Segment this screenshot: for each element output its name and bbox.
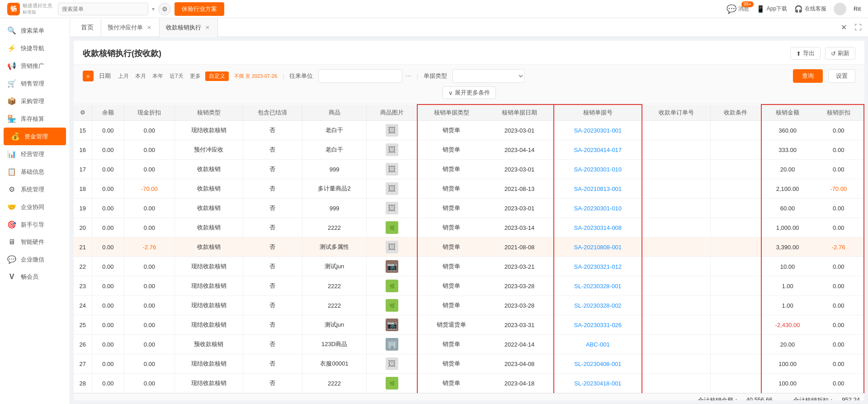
baseinfo-icon: 📋 xyxy=(7,167,16,176)
date-filter-label: 日期 xyxy=(99,72,111,80)
product-img: 🌿 xyxy=(386,280,398,292)
sidebar-item-marketing[interactable]: 📢 营销推广 xyxy=(0,57,70,75)
sidebar-label: 企业协同 xyxy=(21,203,44,211)
bill-no-link[interactable]: SL-20230408-001 xyxy=(574,361,621,367)
filter-sep1: | xyxy=(283,73,284,80)
table-row: 260.000.00预收款核销否123D商品🏢销货单2022-04-14ABC-… xyxy=(74,335,864,354)
footer-discount-val: 952.24 xyxy=(842,396,860,400)
sidebar-item-collab[interactable]: 🤝 企业协同 xyxy=(0,198,70,216)
page-actions: ⬆ 导出 ↺ 刷新 xyxy=(790,47,855,60)
sidebar-item-finance[interactable]: 💰 资金管理 xyxy=(4,128,66,145)
footer-totals: 合计核销金额： 40,556,66... 合计核销折扣： 952.24 xyxy=(698,396,860,400)
settings-gear-btn[interactable]: ⚙ xyxy=(158,3,171,15)
voucher-type-select[interactable] xyxy=(453,69,525,83)
purchase-icon: 📦 xyxy=(7,97,16,105)
sidebar-item-sales[interactable]: 🛒 销售管理 xyxy=(0,75,70,92)
th-receipt-order-no: 收款单订单号 xyxy=(642,105,711,121)
date-more[interactable]: 更多 xyxy=(188,71,203,81)
export-btn[interactable]: ⬆ 导出 xyxy=(790,47,821,60)
product-img: 🖼 xyxy=(386,124,398,137)
notification-badge: 99+ xyxy=(741,1,754,7)
sidebar-item-member[interactable]: V 畅会员 xyxy=(0,268,70,285)
online-service-label: 在线客服 xyxy=(805,5,826,13)
logo-icon: 畅 xyxy=(7,3,20,15)
bill-no-link[interactable]: SL-20230328-001 xyxy=(574,283,621,290)
date-this-month[interactable]: 本月 xyxy=(133,71,148,81)
search-area: ▾ ⚙ 休验行业方案 xyxy=(58,2,721,16)
date-range-text: 不限 至 2023-07-26 xyxy=(234,73,277,80)
query-btn[interactable]: 查询 xyxy=(793,69,823,83)
tab-close-all-btn[interactable]: ✕ xyxy=(837,21,850,34)
product-img: 🌿 xyxy=(386,299,398,312)
expand-conditions-btn[interactable]: ∨ 展开更多条件 xyxy=(443,86,496,99)
table-body: 150.000.00现结收款核销否老白干🖼销货单2023-03-01SA-202… xyxy=(74,121,864,393)
table-row: 220.000.00现结收款核销否测试jun📷销货单2023-03-21SA-2… xyxy=(74,257,864,276)
th-include-settled: 包含已结清 xyxy=(243,105,302,121)
refresh-btn[interactable]: ↺ 刷新 xyxy=(825,47,855,60)
date-custom-btn[interactable]: 自定义 xyxy=(205,71,229,81)
sidebar-item-sysadmin[interactable]: ⚙ 系统管理 xyxy=(0,181,70,198)
industry-btn[interactable]: 休验行业方案 xyxy=(175,2,224,16)
search-input[interactable] xyxy=(58,3,148,15)
th-settings[interactable]: ⚙ xyxy=(74,105,92,121)
notification-btn[interactable]: 💬 消息 99+ xyxy=(726,4,749,14)
online-service-btn[interactable]: 🎧 在线客服 xyxy=(794,5,826,13)
th-verify-bill-type: 核销单据类型 xyxy=(417,105,486,121)
product-img: 🖼 xyxy=(386,182,398,195)
sidebar-item-hardware[interactable]: 🖥 智能硬件 xyxy=(0,233,70,251)
sidebar-item-purchase[interactable]: 📦 采购管理 xyxy=(0,92,70,110)
filter-expand-btn[interactable]: » xyxy=(83,71,94,81)
bill-no-link[interactable]: SA-20230301-001 xyxy=(574,127,622,134)
sidebar-label: 资金管理 xyxy=(24,133,48,141)
bill-no-link[interactable]: SA-20230301-010 xyxy=(574,205,622,212)
tab-maximize-btn[interactable]: ⛶ xyxy=(852,21,864,34)
bill-no-link[interactable]: SA-20230331-026 xyxy=(574,322,622,328)
tab-bar-right: ✕ ⛶ xyxy=(837,21,864,34)
product-img: 🏢 xyxy=(386,338,398,351)
sidebar-item-wechat[interactable]: 💬 企业微信 xyxy=(0,251,70,268)
tab-verify[interactable]: 收款核销执行 ✕ xyxy=(160,18,218,37)
bill-no-link[interactable]: SA-20230301-010 xyxy=(574,166,622,173)
wechat-icon: 💬 xyxy=(7,255,16,264)
tab-home[interactable]: 首页 xyxy=(74,18,101,37)
sidebar-item-quicknav[interactable]: ⚡ 快捷导航 xyxy=(0,39,70,57)
counterpart-ellipsis[interactable]: ··· xyxy=(405,72,411,80)
bill-no-link[interactable]: SL-20230328-002 xyxy=(574,302,621,309)
product-img: 📷 xyxy=(386,260,398,273)
bill-no-link[interactable]: SA-20230321-012 xyxy=(574,263,622,270)
bill-no-link[interactable]: SA-20230314-008 xyxy=(574,224,622,231)
operations-icon: 📊 xyxy=(7,150,16,158)
sidebar-item-inventory[interactable]: 🏪 库存核算 xyxy=(0,110,70,128)
bill-no-link[interactable]: ABC-001 xyxy=(586,341,610,348)
filter-setting-btn[interactable]: 设置 xyxy=(828,69,855,83)
sidebar-item-baseinfo[interactable]: 📋 基础信息 xyxy=(0,163,70,181)
sidebar-label: 营销推广 xyxy=(21,62,44,70)
voucher-type-label: 单据类型 xyxy=(424,72,447,80)
footer-amount-val: 40,556,66... xyxy=(746,396,778,400)
bill-no-link[interactable]: SA-20210813-001 xyxy=(574,185,622,192)
app-download-btn[interactable]: 📱 App下载 xyxy=(756,5,787,13)
product-img: 🌿 xyxy=(386,377,398,390)
page-container: 收款核销执行(按收款) ⬆ 导出 ↺ 刷新 » 日期 xyxy=(74,41,864,400)
bill-no-link[interactable]: SA-20230414-017 xyxy=(574,147,622,153)
sidebar-item-operations[interactable]: 📊 经营管理 xyxy=(0,145,70,163)
sidebar-item-guide[interactable]: 🎯 新手引导 xyxy=(0,216,70,233)
sidebar-item-search[interactable]: 🔍 搜索菜单 xyxy=(0,22,70,39)
bill-no-link[interactable]: SL-20230418-001 xyxy=(574,380,621,387)
date-range-display: 不限 至 2023-07-26 xyxy=(234,73,277,80)
date-last-month[interactable]: 上月 xyxy=(116,71,131,81)
tab-verify-close[interactable]: ✕ xyxy=(204,24,211,31)
th-verify-type: 核销类型 xyxy=(175,105,243,121)
chevron-down-icon[interactable]: ▾ xyxy=(152,6,155,12)
sidebar-label: 库存核算 xyxy=(21,115,44,123)
date-this-year[interactable]: 本年 xyxy=(151,71,165,81)
counterpart-input[interactable] xyxy=(318,69,402,83)
sidebar-label: 搜索菜单 xyxy=(21,27,44,35)
chevron-down-icon: ∨ xyxy=(448,90,453,96)
tab-prepay[interactable]: 预付冲应付单 ✕ xyxy=(101,18,160,37)
voucher-type-group xyxy=(453,69,525,83)
date-7days[interactable]: 近7天 xyxy=(168,71,185,81)
tab-prepay-close[interactable]: ✕ xyxy=(146,24,153,31)
avatar[interactable] xyxy=(834,3,846,15)
bill-no-link[interactable]: SA-20210808-001 xyxy=(574,244,622,251)
